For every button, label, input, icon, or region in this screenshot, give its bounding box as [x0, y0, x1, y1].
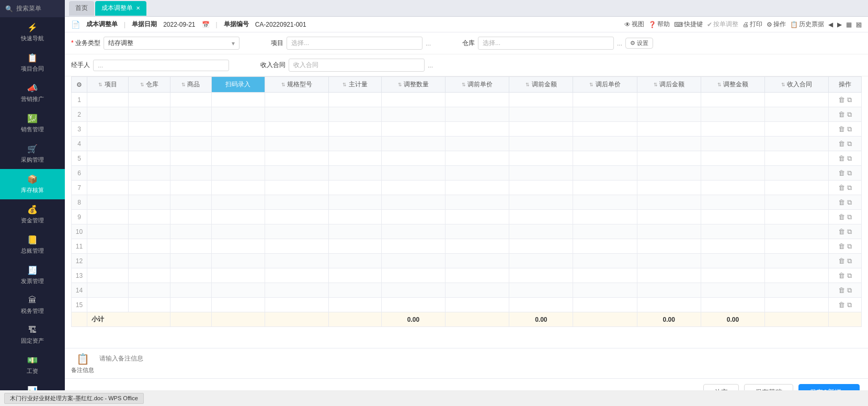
cell-income-contract-8[interactable] [765, 195, 829, 210]
cell-unit-9[interactable] [329, 210, 382, 224]
sidebar-search[interactable]: 🔍 搜索菜单 [0, 0, 65, 17]
warehouse-input[interactable]: 选择... [478, 37, 614, 50]
cell-project-5[interactable] [87, 151, 129, 166]
biz-type-input[interactable]: 结存调整 ▾ [104, 37, 239, 50]
cell-post-price-11[interactable] [573, 239, 637, 254]
cell-project-6[interactable] [87, 166, 129, 181]
row-copy-icon-8[interactable]: ⧉ [847, 198, 852, 207]
cell-unit-3[interactable] [329, 122, 382, 137]
row-delete-icon-13[interactable]: 🗑 [838, 272, 845, 280]
cell-income-contract-10[interactable] [765, 224, 829, 239]
cell-unit-2[interactable] [329, 107, 382, 122]
cell-scan-3[interactable] [211, 122, 265, 137]
cell-unit-10[interactable] [329, 224, 382, 239]
cell-post-amount-2[interactable] [637, 107, 701, 122]
cell-adjust-qty-11[interactable] [381, 239, 445, 254]
cell-income-contract-6[interactable] [765, 166, 829, 181]
cell-income-contract-15[interactable] [765, 298, 829, 312]
row-copy-icon-6[interactable]: ⧉ [847, 169, 852, 177]
cell-adjust-amount-8[interactable] [701, 195, 764, 210]
cell-pre-price-8[interactable] [446, 195, 509, 210]
cell-post-price-5[interactable] [573, 151, 637, 166]
cell-project-1[interactable] [87, 93, 129, 107]
cell-spec-3[interactable] [265, 122, 328, 137]
cell-income-contract-11[interactable] [765, 239, 829, 254]
cell-project-9[interactable] [87, 210, 129, 224]
cell-scan-14[interactable] [211, 283, 265, 298]
row-copy-icon-13[interactable]: ⧉ [847, 272, 852, 280]
cell-unit-1[interactable] [329, 93, 382, 107]
cell-pre-price-13[interactable] [446, 268, 509, 283]
cell-goods-10[interactable] [170, 224, 211, 239]
col-scan[interactable]: 扫码录入 [211, 77, 265, 93]
cell-pre-amount-15[interactable] [509, 298, 573, 312]
cell-spec-10[interactable] [265, 224, 328, 239]
tab-close-icon[interactable]: ✕ [136, 5, 140, 11]
cell-adjust-amount-7[interactable] [701, 181, 764, 195]
cell-spec-14[interactable] [265, 283, 328, 298]
cell-post-amount-10[interactable] [637, 224, 701, 239]
row-copy-icon-12[interactable]: ⧉ [847, 257, 852, 265]
cell-adjust-qty-9[interactable] [381, 210, 445, 224]
cell-adjust-amount-12[interactable] [701, 254, 764, 268]
settings-button[interactable]: ⚙ 设置 [625, 38, 653, 49]
cell-warehouse-5[interactable] [129, 151, 170, 166]
cell-warehouse-10[interactable] [129, 224, 170, 239]
col-gear[interactable]: ⚙ [72, 77, 87, 93]
cell-pre-price-15[interactable] [446, 298, 509, 312]
project-dots[interactable]: ... [426, 40, 431, 47]
cell-unit-6[interactable] [329, 166, 382, 181]
cell-warehouse-12[interactable] [129, 254, 170, 268]
cell-unit-15[interactable] [329, 298, 382, 312]
cell-pre-amount-3[interactable] [509, 122, 573, 137]
cell-project-14[interactable] [87, 283, 129, 298]
cell-post-price-8[interactable] [573, 195, 637, 210]
cell-goods-3[interactable] [170, 122, 211, 137]
cell-pre-amount-7[interactable] [509, 181, 573, 195]
cell-adjust-amount-11[interactable] [701, 239, 764, 254]
taskbar-item[interactable]: 木门行业好业财处理方案-墨红红.doc - WPS Office [4, 393, 144, 404]
cell-warehouse-9[interactable] [129, 210, 170, 224]
cell-goods-6[interactable] [170, 166, 211, 181]
cell-unit-11[interactable] [329, 239, 382, 254]
sidebar-item-tax-mgmt[interactable]: 🏛税务管理 [0, 290, 65, 320]
cell-post-amount-9[interactable] [637, 210, 701, 224]
cell-unit-14[interactable] [329, 283, 382, 298]
cell-adjust-amount-13[interactable] [701, 268, 764, 283]
action-shortcut[interactable]: ⌨ 快捷键 [674, 20, 703, 29]
cell-spec-1[interactable] [265, 93, 328, 107]
cell-post-price-3[interactable] [573, 122, 637, 137]
cell-pre-amount-4[interactable] [509, 137, 573, 151]
cell-warehouse-2[interactable] [129, 107, 170, 122]
cell-pre-amount-14[interactable] [509, 283, 573, 298]
nav-next-icon[interactable]: ▶ [837, 21, 842, 28]
cell-pre-amount-10[interactable] [509, 224, 573, 239]
nav-prev-icon[interactable]: ◀ [828, 21, 833, 28]
cell-project-13[interactable] [87, 268, 129, 283]
cell-post-amount-13[interactable] [637, 268, 701, 283]
row-delete-icon-9[interactable]: 🗑 [838, 213, 845, 221]
grid1-icon[interactable]: ▦ [846, 21, 852, 28]
cell-pre-amount-6[interactable] [509, 166, 573, 181]
row-copy-icon-2[interactable]: ⧉ [847, 110, 852, 119]
cell-spec-2[interactable] [265, 107, 328, 122]
cell-pre-amount-5[interactable] [509, 151, 573, 166]
cell-scan-6[interactable] [211, 166, 265, 181]
cell-scan-9[interactable] [211, 210, 265, 224]
cell-post-amount-8[interactable] [637, 195, 701, 210]
cell-adjust-amount-5[interactable] [701, 151, 764, 166]
sidebar-item-sales-mgmt[interactable]: 💹销售管理 [0, 108, 65, 139]
col-adjust-amount[interactable]: ⇅ 调整金额 [701, 77, 764, 93]
cell-post-amount-14[interactable] [637, 283, 701, 298]
cell-income-contract-12[interactable] [765, 254, 829, 268]
sidebar-item-sales-promo[interactable]: 📣营销推广 [0, 78, 65, 108]
cell-scan-10[interactable] [211, 224, 265, 239]
cell-pre-amount-11[interactable] [509, 239, 573, 254]
cell-unit-13[interactable] [329, 268, 382, 283]
close-button[interactable]: ✕ [855, 20, 862, 30]
cell-adjust-qty-3[interactable] [381, 122, 445, 137]
cell-income-contract-4[interactable] [765, 137, 829, 151]
sidebar-item-payroll[interactable]: 💵工资 [0, 350, 65, 380]
cell-spec-7[interactable] [265, 181, 328, 195]
cell-adjust-qty-1[interactable] [381, 93, 445, 107]
